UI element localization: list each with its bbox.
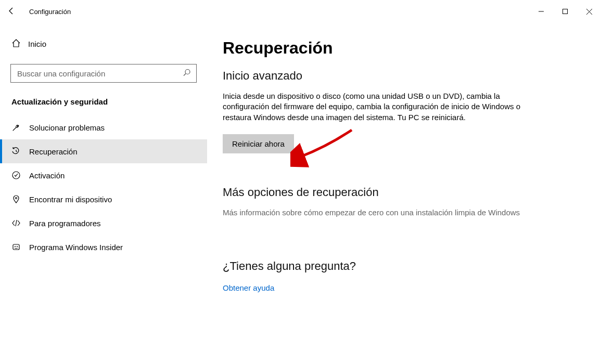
svg-point-7 xyxy=(16,198,17,199)
restart-now-button[interactable]: Reiniciar ahora xyxy=(223,134,294,153)
sidebar-item-recovery[interactable]: Recuperación xyxy=(0,139,207,163)
maximize-button[interactable] xyxy=(553,3,577,20)
sidebar-item-label: Solucionar problemas xyxy=(29,123,105,132)
svg-line-5 xyxy=(184,74,186,76)
sidebar-item-label: Activación xyxy=(29,171,65,180)
sidebar-item-insider[interactable]: Programa Windows Insider xyxy=(0,235,207,259)
close-button[interactable] xyxy=(577,3,601,20)
search-icon xyxy=(183,69,191,79)
sidebar: Inicio Actualización y seguridad Solucio… xyxy=(0,23,207,364)
home-icon xyxy=(11,38,21,49)
get-help-link[interactable]: Obtener ayuda xyxy=(223,283,274,292)
wrench-icon xyxy=(11,123,21,132)
sidebar-item-label: Encontrar mi dispositivo xyxy=(29,195,112,204)
advanced-startup-body: Inicia desde un dispositivo o disco (com… xyxy=(223,91,545,123)
developer-icon xyxy=(11,218,21,228)
sidebar-item-find-device[interactable]: Encontrar mi dispositivo xyxy=(0,187,207,211)
help-heading: ¿Tienes alguna pregunta? xyxy=(223,259,580,273)
sidebar-item-activation[interactable]: Activación xyxy=(0,163,207,187)
sidebar-item-label: Programa Windows Insider xyxy=(29,243,123,252)
location-icon xyxy=(11,194,21,204)
svg-rect-1 xyxy=(563,9,568,14)
back-button[interactable] xyxy=(7,7,16,17)
window-title: Configuración xyxy=(29,8,71,16)
main-content: Recuperación Inicio avanzado Inicia desd… xyxy=(207,23,601,364)
search-box[interactable] xyxy=(10,64,197,83)
sidebar-item-label: Recuperación xyxy=(29,147,78,156)
sidebar-item-developers[interactable]: Para programadores xyxy=(0,211,207,235)
recovery-icon xyxy=(11,147,21,156)
sidebar-item-troubleshoot[interactable]: Solucionar problemas xyxy=(0,115,207,139)
section-heading: Actualización y seguridad xyxy=(0,97,207,115)
check-icon xyxy=(11,171,21,180)
home-label: Inicio xyxy=(28,40,46,48)
page-title: Recuperación xyxy=(223,38,580,58)
more-options-heading: Más opciones de recuperación xyxy=(223,186,580,199)
insider-icon xyxy=(11,242,21,252)
svg-point-10 xyxy=(17,246,18,247)
svg-rect-8 xyxy=(13,244,19,250)
search-input[interactable] xyxy=(11,64,196,82)
svg-point-9 xyxy=(15,246,16,247)
titlebar: Configuración xyxy=(0,0,601,23)
svg-point-4 xyxy=(185,70,190,74)
home-nav[interactable]: Inicio xyxy=(0,33,207,55)
sidebar-item-label: Para programadores xyxy=(29,219,101,228)
advanced-startup-heading: Inicio avanzado xyxy=(223,69,580,83)
more-options-body: Más información sobre cómo empezar de ce… xyxy=(223,207,545,218)
minimize-button[interactable] xyxy=(529,3,553,20)
